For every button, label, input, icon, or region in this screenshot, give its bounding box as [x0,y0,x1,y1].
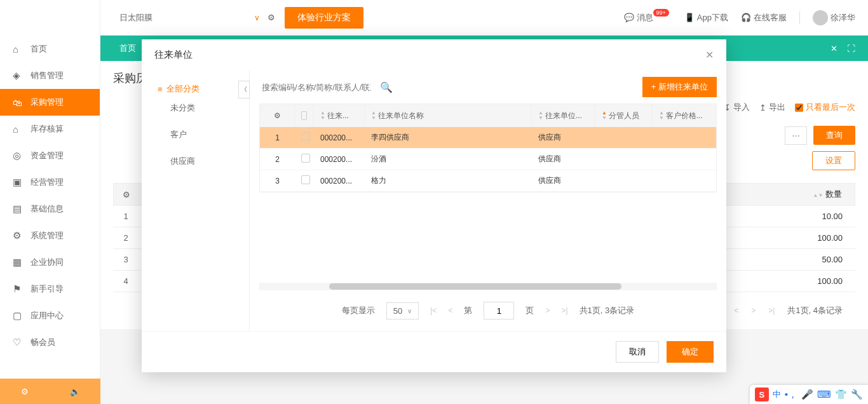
cell-num: 3 [260,177,295,185]
chevron-down-icon: ∨ [407,307,412,314]
modal-title: 往来单位 [154,49,193,61]
first-page-icon[interactable]: |< [430,306,437,315]
cell-type: 供应商 [532,175,595,186]
modal-overlay: 往来单位 ✕ ≡全部分类 未分类 客户 供应商 《 🔍 + 新增往来单位 ⚙ [0,0,868,404]
modal-header: 往来单位 ✕ [142,39,726,71]
search-input[interactable] [259,79,374,96]
list-icon: ≡ [158,84,163,94]
modal: 往来单位 ✕ ≡全部分类 未分类 客户 供应商 《 🔍 + 新增往来单位 ⚙ [142,39,726,372]
col-gear[interactable]: ⚙ [260,104,295,127]
category-customer[interactable]: 客户 [158,121,240,148]
page-summary: 共1页, 3条记录 [580,305,635,316]
search-row: 🔍 + 新增往来单位 [259,71,717,104]
page-label-post: 页 [526,305,534,316]
category-supplier[interactable]: 供应商 [158,148,240,175]
last-page-icon[interactable]: >| [561,306,567,315]
table-row[interactable]: 3 000200... 格力 供应商 [260,170,716,192]
cell-code: 000200... [314,155,365,164]
search-icon[interactable]: 🔍 [380,81,393,93]
page-label-pre: 第 [464,305,472,316]
modal-footer: 取消 确定 [142,331,726,372]
cell-code: 000200... [314,177,365,185]
cell-name: 格力 [365,175,532,186]
confirm-button[interactable]: 确定 [667,341,714,363]
cell-code: 000200... [314,133,365,142]
page-number-input[interactable] [484,302,514,320]
table-panel: 🔍 + 新增往来单位 ⚙ ▲▼往来... ▲▼往来单位名称 ▲▼往来单位... … [250,71,726,331]
category-unclassified[interactable]: 未分类 [158,95,240,121]
col-type[interactable]: ▲▼往来单位... [532,104,595,127]
cell-type: 供应商 [532,132,595,143]
col-price[interactable]: ▲▼客户价格... [653,104,716,127]
cell-checkbox[interactable] [295,175,314,186]
category-all[interactable]: ≡全部分类 [158,83,240,95]
cancel-button[interactable]: 取消 [616,341,659,363]
col-name[interactable]: ▲▼往来单位名称 [365,104,532,127]
cell-checkbox[interactable] [295,154,314,165]
next-page-icon[interactable]: > [545,306,550,315]
col-code[interactable]: ▲▼往来... [314,104,365,127]
modal-body: ≡全部分类 未分类 客户 供应商 《 🔍 + 新增往来单位 ⚙ ▲▼往来... [142,71,726,331]
collapse-panel-button[interactable]: 《 [238,81,250,98]
horizontal-scrollbar[interactable] [259,283,717,290]
page-size-select[interactable]: 50∨ [386,302,419,320]
modal-table-head: ⚙ ▲▼往来... ▲▼往来单位名称 ▲▼往来单位... ▲▼分管人员 ▲▼客户… [260,104,716,127]
col-checkbox[interactable] [295,104,314,127]
add-unit-button[interactable]: + 新增往来单位 [642,77,717,97]
cell-num: 1 [260,133,295,142]
table-row[interactable]: 2 000200... 汾酒 供应商 [260,149,716,170]
cell-num: 2 [260,155,295,164]
cell-name: 汾酒 [365,154,532,165]
per-page-label: 每页显示 [342,305,375,316]
prev-page-icon[interactable]: < [448,306,452,315]
modal-table: ⚙ ▲▼往来... ▲▼往来单位名称 ▲▼往来单位... ▲▼分管人员 ▲▼客户… [259,104,717,192]
scrollbar-thumb[interactable] [329,283,621,290]
cell-type: 供应商 [532,154,595,165]
modal-pagination: 每页显示 50∨ |< < 第 页 > >| 共1页, 3条记录 [259,290,717,331]
cell-checkbox[interactable] [295,132,314,143]
col-manager[interactable]: ▲▼分管人员 [595,104,653,127]
close-icon[interactable]: ✕ [705,49,714,61]
cell-name: 李四供应商 [365,132,532,143]
table-row[interactable]: 1 000200... 李四供应商 供应商 [260,127,716,149]
category-panel: ≡全部分类 未分类 客户 供应商 《 [142,71,250,331]
